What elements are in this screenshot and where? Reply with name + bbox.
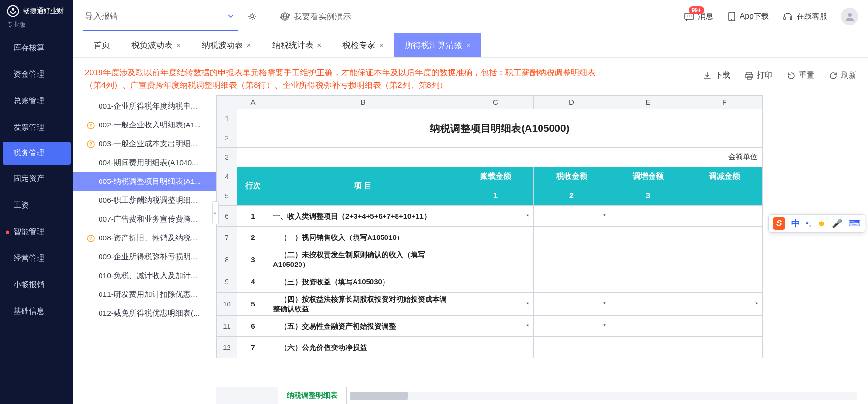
value-cell[interactable] (610, 248, 686, 271)
close-icon[interactable]: × (466, 41, 470, 49)
corner-cell[interactable] (217, 96, 237, 109)
form-list-item[interactable]: ?003-一般企业成本支出明细... (73, 135, 216, 153)
row-number-cell[interactable]: 4 (237, 271, 269, 293)
sidebar-item[interactable]: 智能管理 (0, 219, 73, 245)
value-cell[interactable] (457, 248, 534, 271)
form-list-item[interactable]: ?010-免税、减计收入及加计... (73, 266, 216, 285)
item-cell[interactable]: （六）公允价值变动净损益 (269, 337, 457, 358)
form-list-item[interactable]: ?002-一般企业收入明细表(A1... (73, 116, 216, 135)
close-icon[interactable]: × (247, 41, 251, 49)
form-list-item[interactable]: ?009-企业所得税弥补亏损明... (73, 248, 216, 266)
item-cell[interactable]: 一、收入类调整项目（2+3+4+5+6+7+8+10+11） (269, 206, 457, 227)
value-cell[interactable] (610, 293, 686, 316)
form-list-item[interactable]: ?008-资产折旧、摊销及纳税... (73, 229, 216, 248)
refresh-button[interactable]: 刷新 (829, 70, 856, 81)
horizontal-scrollbar[interactable] (350, 392, 857, 400)
sidebar-item[interactable]: 资金管理 (0, 61, 73, 88)
item-cell[interactable]: （二）未按权责发生制原则确认的收入（填写A105020） (269, 248, 457, 271)
value-cell[interactable] (534, 248, 610, 271)
row-header[interactable]: 8 (217, 248, 237, 271)
form-list-item[interactable]: ?004-期间费用明细表(A1040... (73, 153, 216, 172)
column-header[interactable]: E (610, 96, 686, 109)
value-cell[interactable] (686, 206, 763, 227)
item-cell[interactable]: （三）投资收益（填写A105030） (269, 271, 457, 293)
ime-toolbar[interactable]: S 中 •, ☻ 🎤 ⌨ (768, 214, 865, 233)
value-cell[interactable] (686, 248, 763, 271)
value-cell[interactable] (610, 337, 686, 358)
reset-button[interactable]: 重置 (787, 70, 814, 81)
value-cell[interactable] (610, 271, 686, 293)
close-icon[interactable]: × (176, 41, 181, 49)
row-number-cell[interactable]: 3 (237, 248, 269, 271)
row-header[interactable]: 2 (217, 128, 237, 148)
sidebar-item[interactable]: 固定资产 (0, 166, 73, 192)
print-button[interactable]: 打印 (745, 70, 772, 81)
form-list-item[interactable]: ?001-企业所得税年度纳税申... (73, 97, 216, 116)
value-cell[interactable]: * (534, 293, 610, 316)
gear-icon[interactable] (247, 12, 257, 21)
row-number-cell[interactable]: 2 (237, 227, 269, 248)
ime-mic-icon[interactable]: 🎤 (832, 218, 842, 229)
value-cell[interactable] (610, 316, 686, 337)
sidebar-item[interactable]: 库存核算 (0, 35, 73, 61)
row-header[interactable]: 7 (217, 227, 237, 248)
value-cell[interactable] (457, 337, 534, 358)
row-header[interactable]: 12 (217, 337, 237, 358)
download-button[interactable]: 下载 (703, 70, 730, 81)
page-tab[interactable]: 税负波动表× (121, 33, 191, 57)
online-service-button[interactable]: 在线客服 (783, 11, 827, 22)
row-number-cell[interactable]: 5 (237, 293, 269, 316)
sidebar-item[interactable]: 总账管理 (0, 88, 73, 114)
demo-link[interactable]: 我要看实例演示 (280, 11, 351, 22)
ime-sogou-icon[interactable]: S (773, 217, 785, 230)
row-header[interactable]: 5 (217, 186, 237, 206)
row-header[interactable]: 10 (217, 293, 237, 316)
row-header[interactable]: 1 (217, 109, 237, 128)
page-tab[interactable]: 首页 (83, 33, 121, 57)
item-cell[interactable]: （一）视同销售收入（填写A105010） (269, 227, 457, 248)
page-tab[interactable]: 税检专家× (332, 33, 394, 57)
collapse-handle[interactable]: « (212, 201, 219, 224)
form-list-item[interactable]: ?007-广告费和业务宣传费跨... (73, 210, 216, 229)
item-cell[interactable]: （五）交易性金融资产初始投资调整 (269, 316, 457, 337)
page-tab[interactable]: 纳税波动表× (191, 33, 262, 57)
value-cell[interactable]: * (686, 293, 763, 316)
sidebar-item[interactable]: 工资 (0, 192, 73, 219)
app-download-button[interactable]: App下载 (727, 11, 769, 22)
row-number-cell[interactable]: 1 (237, 206, 269, 227)
column-header[interactable]: F (686, 96, 763, 109)
value-cell[interactable]: * (534, 206, 610, 227)
column-header[interactable]: B (269, 96, 457, 109)
row-number-cell[interactable]: 7 (237, 337, 269, 358)
ime-emoji-icon[interactable]: ☻ (817, 219, 826, 229)
value-cell[interactable]: * (457, 293, 534, 316)
sidebar-item[interactable]: 基础信息 (0, 298, 73, 325)
close-icon[interactable]: × (317, 41, 322, 49)
value-cell[interactable] (534, 227, 610, 248)
row-header[interactable]: 6 (217, 206, 237, 227)
sidebar-item[interactable]: 税务管理 (3, 142, 71, 165)
value-cell[interactable] (534, 337, 610, 358)
value-cell[interactable] (457, 271, 534, 293)
ime-lang-toggle[interactable]: 中 (791, 218, 800, 229)
item-cell[interactable]: （四）按权益法核算长期股权投资对初始投资成本调整确认收益 (269, 293, 457, 316)
form-list-item[interactable]: ?012-减免所得税优惠明细表(... (73, 304, 216, 323)
form-list-item[interactable]: ?011-研发费用加计扣除优惠... (73, 285, 216, 304)
page-tab[interactable]: 所得税汇算清缴× (394, 33, 481, 57)
row-header[interactable]: 4 (217, 167, 237, 186)
sheet-tab[interactable]: 纳税调整明细表 (278, 387, 347, 404)
value-cell[interactable] (686, 316, 763, 337)
avatar[interactable] (841, 8, 858, 25)
value-cell[interactable] (686, 271, 763, 293)
value-cell[interactable] (686, 227, 763, 248)
page-tab[interactable]: 纳税统计表× (262, 33, 332, 57)
value-cell[interactable]: * (457, 206, 534, 227)
column-header[interactable]: D (534, 96, 610, 109)
column-header[interactable]: C (457, 96, 534, 109)
sidebar-item[interactable]: 发票管理 (0, 114, 73, 141)
value-cell[interactable] (610, 227, 686, 248)
column-header[interactable]: A (237, 96, 269, 109)
value-cell[interactable] (610, 206, 686, 227)
messages-button[interactable]: 99+ 消息 (684, 11, 713, 22)
spreadsheet[interactable]: ABCDEF1纳税调整项目明细表(A105000)23金额单位4行次项 目账载金… (216, 95, 868, 387)
